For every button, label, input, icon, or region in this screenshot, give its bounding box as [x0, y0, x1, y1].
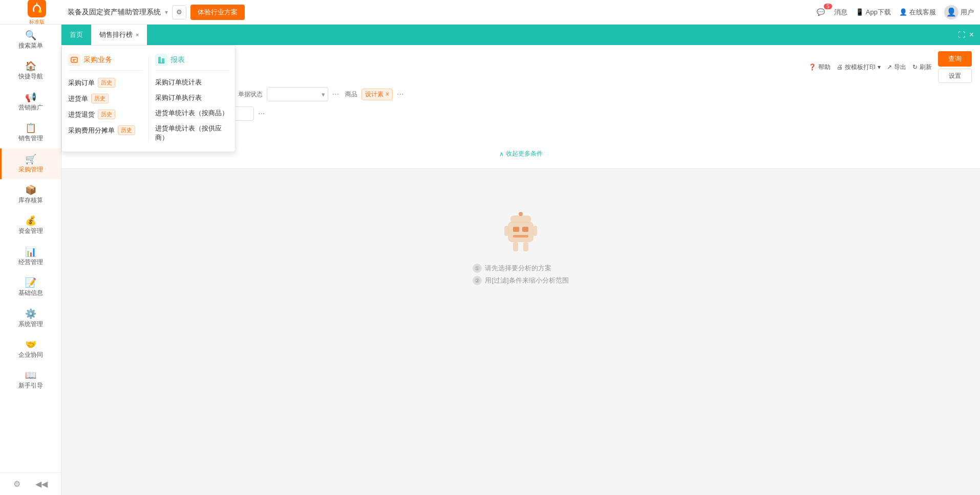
svg-rect-4	[513, 235, 528, 238]
hint-text-2: 用[过滤]条件来缩小分析范围	[485, 276, 568, 285]
dropdown-item-purchase-return[interactable]: 进货退货 历史	[68, 106, 142, 122]
refresh-label: 刷新	[920, 63, 932, 72]
history-tag-4: 历史	[118, 125, 135, 135]
hint-text-1: 请先选择要分析的方案	[485, 264, 551, 273]
sidebar-purchase-label: 采购管理	[18, 166, 43, 173]
action-buttons: 查询 设置	[938, 51, 972, 83]
logo-area: 标准版	[6, 0, 68, 26]
dropdown-arrow-icon[interactable]: ▾	[165, 9, 168, 16]
dropdown-item-purchase-expense[interactable]: 采购费用分摊单 历史	[68, 122, 142, 138]
industry-btn[interactable]: 体验行业方案	[190, 5, 245, 20]
message-icon: 💬	[817, 8, 825, 16]
dropdown-item-purchase-receipt[interactable]: 进货单 历史	[68, 91, 142, 106]
help-label: 帮助	[818, 63, 830, 72]
refresh-icon: ↻	[912, 63, 918, 71]
print-btn[interactable]: 🖨 按模板打印 ▾	[837, 63, 881, 72]
sidebar-item-collab[interactable]: 🤝 企业协同	[0, 334, 61, 364]
settings-icon[interactable]: ⚙	[172, 5, 186, 19]
collapse-sidebar-icon[interactable]: ◀◀	[35, 479, 48, 489]
search-menu-icon: 🔍	[25, 31, 36, 40]
marketing-icon: 📢	[25, 93, 36, 102]
sidebar-item-search[interactable]: 🔍 搜索菜单	[0, 25, 61, 55]
sidebar-item-sales[interactable]: 📋 销售管理	[0, 117, 61, 148]
report-col: 报表 采购订单统计表 采购订单执行表 进货单统计表（按商品） 进货单统计表（按供…	[149, 52, 236, 145]
history-tag-3: 历史	[98, 110, 115, 119]
query-button[interactable]: 查询	[938, 51, 972, 67]
message-btn[interactable]: 💬 5 消息	[817, 8, 847, 17]
doc-status-dots[interactable]: ···	[332, 90, 339, 99]
sidebar-item-finance[interactable]: 💰 资金管理	[0, 210, 61, 241]
purchase-return-label: 进货退货	[68, 110, 95, 119]
dropdown-item-report-receipt-supplier[interactable]: 进货单统计表（按供应商）	[155, 121, 229, 145]
sidebar-finance-label: 资金管理	[18, 227, 43, 234]
print-arrow-icon: ▾	[878, 63, 881, 71]
doc-status-select[interactable]	[267, 87, 328, 101]
goods-tag-close-icon[interactable]: ×	[386, 91, 389, 98]
sidebar-item-marketing[interactable]: 📢 营销推广	[0, 87, 61, 117]
guide-icon: 📖	[25, 371, 36, 380]
top-bar: 标准版 装备及固定资产辅助管理系统 ▾ ⚙ 体验行业方案 💬 5 消息 📱 Ap…	[0, 0, 980, 25]
print-icon: 🖨	[837, 63, 843, 71]
purchase-col: 采购业务 采购订单 历史 进货单 历史 进货退货 历史 采购费用分摊单 历史	[62, 52, 148, 145]
export-icon: ↗	[887, 63, 892, 71]
svg-rect-3	[522, 227, 528, 232]
basic-icon: 📝	[25, 278, 36, 287]
sidebar-item-operation[interactable]: 📊 经营管理	[0, 241, 61, 272]
sidebar-item-basic[interactable]: 📝 基础信息	[0, 272, 61, 303]
sidebar: 🔍 搜索菜单 🏠 快捷导航 📢 营销推广 📋 销售管理 🛒 采购管理 📦 库存核…	[0, 25, 61, 495]
goods-dots[interactable]: ···	[397, 90, 403, 99]
tab-home[interactable]: 首页	[61, 25, 91, 45]
hint-num-2: ②	[473, 276, 482, 285]
dropdown-item-purchase-order[interactable]: 采购订单 历史	[68, 75, 142, 91]
online-service-label: 在线客服	[909, 8, 936, 17]
user-btn[interactable]: 👤 用户	[944, 5, 974, 19]
user-avatar: 👤	[944, 5, 958, 19]
logo-text: 标准版	[29, 18, 45, 26]
purchase-order-label: 采购订单	[68, 78, 95, 88]
purchase-col-title: 采购业务	[83, 55, 112, 64]
svg-rect-6	[533, 226, 537, 236]
online-service-btn[interactable]: 👤 在线客服	[899, 8, 936, 17]
hint-num-1: ①	[473, 264, 482, 273]
close-all-icon[interactable]: ×	[969, 30, 974, 39]
sidebar-guide-label: 新手引导	[18, 382, 43, 389]
sidebar-system-label: 系统管理	[18, 320, 43, 328]
sidebar-item-purchase[interactable]: 🛒 采购管理	[0, 148, 61, 179]
app-download-btn[interactable]: 📱 App下载	[856, 8, 891, 17]
sidebar-item-inventory[interactable]: 📦 库存核算	[0, 179, 61, 210]
collab-icon: 🤝	[25, 340, 36, 349]
report-col-icon	[155, 54, 167, 66]
svg-rect-1	[508, 222, 534, 242]
dropdown-item-report-order-stats[interactable]: 采购订单统计表	[155, 75, 229, 90]
sidebar-inventory-label: 库存核算	[18, 197, 43, 204]
svg-rect-9	[510, 216, 531, 223]
purchase-dropdown-menu: 采购业务 采购订单 历史 进货单 历史 进货退货 历史 采购费用分摊单 历史	[61, 45, 236, 152]
sidebar-quicknav-label: 快捷导航	[18, 73, 43, 80]
export-label: 导出	[894, 63, 906, 72]
sidebar-item-quicknav[interactable]: 🏠 快捷导航	[0, 55, 61, 86]
sidebar-item-guide[interactable]: 📖 新手引导	[0, 364, 61, 395]
purchase-col-icon	[68, 54, 80, 66]
salesman-dots[interactable]: ···	[258, 109, 265, 118]
sidebar-item-system[interactable]: ⚙️ 系统管理	[0, 303, 61, 334]
empty-illustration	[495, 206, 546, 257]
settings-bottom-icon[interactable]: ⚙	[13, 479, 20, 489]
hint-item-1: ① 请先选择要分析的方案	[473, 264, 568, 273]
maximize-icon[interactable]: ⛶	[958, 31, 965, 39]
empty-state: ① 请先选择要分析的方案 ② 用[过滤]条件来缩小分析范围	[61, 169, 980, 322]
help-btn[interactable]: ❓ 帮助	[808, 63, 830, 72]
sidebar-collab-label: 企业协同	[18, 351, 43, 358]
refresh-btn[interactable]: ↻ 刷新	[912, 63, 932, 72]
sidebar-sales-label: 销售管理	[18, 135, 43, 142]
system-title: 装备及固定资产辅助管理系统	[68, 8, 161, 17]
report-receipt-goods-label: 进货单统计表（按商品）	[155, 109, 228, 118]
dropdown-item-report-order-exec[interactable]: 采购订单执行表	[155, 90, 229, 105]
goods-tag-text: 设计素	[365, 90, 384, 99]
dropdown-item-report-receipt-goods[interactable]: 进货单统计表（按商品）	[155, 105, 229, 121]
svg-rect-8	[523, 242, 528, 251]
settings-button[interactable]: 设置	[938, 69, 972, 83]
doc-status-label: 单据状态	[238, 90, 263, 99]
tab-sales-ranking[interactable]: 销售排行榜 ×	[91, 25, 147, 45]
export-btn[interactable]: ↗ 导出	[887, 63, 906, 72]
tab-close-icon[interactable]: ×	[136, 32, 139, 38]
